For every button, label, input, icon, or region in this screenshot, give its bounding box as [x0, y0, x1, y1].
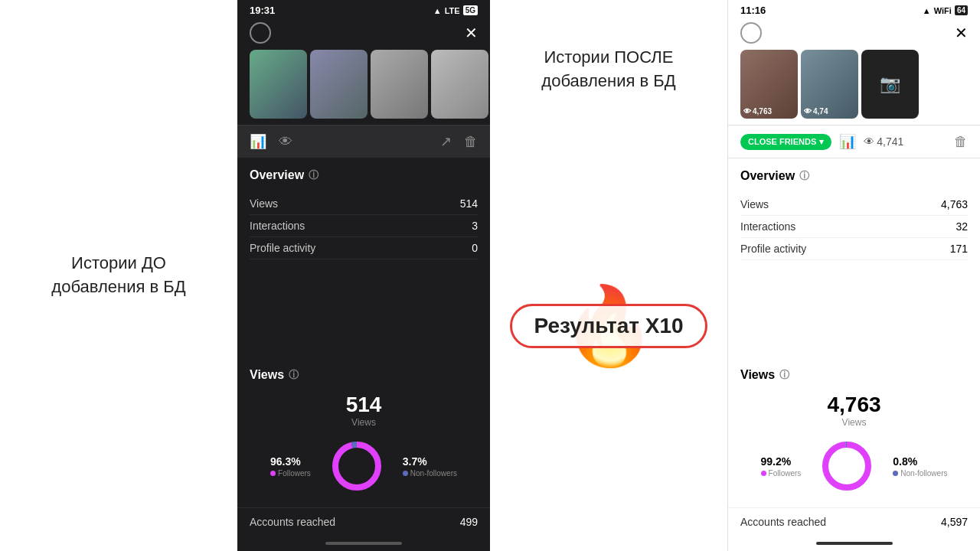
followers-label-after: Followers: [761, 469, 802, 478]
info-icon-views-after[interactable]: ⓘ: [779, 368, 789, 382]
eye-icon-after: 👁: [864, 135, 874, 148]
circle-icon-before[interactable]: [250, 22, 271, 44]
legend-followers-after: 99.2% Followers: [761, 455, 802, 478]
eye-icon-before[interactable]: 👁: [279, 134, 292, 150]
status-bar-after: 11:16 ▲ WiFi 64: [728, 0, 980, 19]
thumb-after-2[interactable]: 👁 4,74: [801, 50, 858, 119]
views-count-before: 514: [250, 393, 478, 417]
dot-blue-before: [403, 471, 408, 476]
accounts-reached-before: Accounts reached 499: [237, 507, 490, 536]
followers-pct-after: 99.2%: [761, 455, 792, 468]
action-bar-before: 📊 👁 ↗ 🗑: [237, 125, 490, 158]
bottom-bar-before: [237, 536, 490, 551]
thumb-counter-2: 👁 4,74: [804, 107, 828, 116]
stat-row-profile-activity-after: Profile activity 171: [740, 238, 968, 260]
thumbnails-after: 👁 4,763 👁 4,74 📷: [728, 50, 980, 125]
donut-svg-before: [326, 435, 387, 497]
close-button-after[interactable]: ✕: [955, 24, 968, 42]
stats-section-before: Overview ⓘ Views 514 Interactions 3 Prof…: [237, 158, 490, 357]
result-badge: Результат Х10: [510, 304, 707, 348]
thumbnails-before: [237, 50, 490, 125]
followers-label-before: Followers: [270, 469, 311, 478]
chart-icon-before[interactable]: 📊: [250, 133, 266, 150]
stat-value-views-after: 4,763: [941, 198, 968, 210]
after-phone: 11:16 ▲ WiFi 64 ✕ 👁 4,763 👁 4,74 📷: [727, 0, 980, 551]
top-bar-before: ✕: [237, 19, 490, 50]
thumb-1[interactable]: [250, 50, 307, 119]
views-section-before: Views ⓘ 514 Views 96.3% Followers 3.7%: [237, 357, 490, 507]
left-label-line2: добавления в БД: [51, 277, 185, 296]
nonfollowers-pct-before: 3.7%: [403, 455, 427, 468]
nonfollowers-label-before: Non-followers: [403, 469, 457, 478]
views-section-after: Views ⓘ 4,763 Views 99.2% Followers 0.8%: [728, 357, 980, 507]
dot-blue-after: [893, 471, 898, 476]
stat-value-interactions-after: 32: [956, 220, 968, 233]
circle-icon-after[interactable]: [740, 22, 762, 44]
stat-row-views-after: Views 4,763: [740, 194, 968, 216]
trash-icon-before[interactable]: 🗑: [464, 134, 478, 150]
chevron-down-icon: ▾: [819, 137, 824, 147]
trending-icon-before[interactable]: ↗: [440, 133, 452, 150]
stat-row-profile-activity: Profile activity 0: [250, 237, 478, 259]
donut-svg-after: [816, 435, 877, 497]
chart-icon-after[interactable]: 📊: [839, 133, 856, 150]
camera-icon: 📷: [880, 74, 900, 94]
dot-pink-before: [270, 471, 276, 476]
home-indicator-after: [816, 542, 893, 545]
views-count-label-after: Views: [740, 417, 968, 428]
thumb-2[interactable]: [310, 50, 368, 119]
thumb-3[interactable]: [371, 50, 428, 119]
middle-area: Истории ПОСЛЕ добавления в БД 🔥 Результа…: [490, 0, 727, 551]
overview-title-after: Overview ⓘ: [740, 169, 968, 183]
close-button-before[interactable]: ✕: [465, 24, 478, 42]
info-icon-views-before[interactable]: ⓘ: [289, 368, 299, 382]
thumb-after-1[interactable]: 👁 4,763: [740, 50, 798, 119]
middle-label-line2: добавления в БД: [541, 71, 675, 90]
donut-chart-after: 99.2% Followers 0.8% Non-followers: [740, 435, 968, 497]
stat-row-views: Views 514: [250, 193, 478, 215]
info-icon-overview-before[interactable]: ⓘ: [309, 168, 318, 182]
thumb-counter-1: 👁 4,763: [743, 107, 772, 116]
info-icon-overview-after[interactable]: ⓘ: [799, 169, 809, 183]
views-title-before: Views ⓘ: [250, 368, 478, 382]
thumb-camera[interactable]: 📷: [861, 50, 919, 119]
legend-followers-before: 96.3% Followers: [270, 455, 311, 478]
legend-nonfollowers-after: 0.8% Non-followers: [893, 455, 947, 478]
stat-label-interactions-after: Interactions: [740, 220, 795, 233]
home-indicator-before: [325, 542, 402, 545]
middle-label: Истории ПОСЛЕ добавления в БД: [541, 46, 675, 93]
status-bar-before: 19:31 ▲ LTE 5G: [237, 0, 490, 19]
accounts-reached-label-before: Accounts reached: [250, 516, 335, 528]
views-title-after: Views ⓘ: [740, 368, 968, 382]
trash-icon-after[interactable]: 🗑: [954, 134, 968, 150]
followers-pct-before: 96.3%: [270, 455, 301, 468]
left-label-line1: Истории ДО: [71, 253, 166, 272]
accounts-reached-value-after: 4,597: [941, 516, 968, 528]
result-container: 🔥 Результат Х10: [510, 116, 707, 536]
svg-point-1: [335, 445, 378, 487]
before-phone: 19:31 ▲ LTE 5G ✕ 📊 👁 ↗ 🗑: [237, 0, 490, 551]
stat-value-views: 514: [460, 197, 478, 210]
left-label-text: Истории ДО добавления в БД: [51, 252, 185, 299]
views-count-label-before: Views: [250, 417, 478, 428]
views-count-after: 4,763: [740, 393, 968, 417]
stat-row-interactions: Interactions 3: [250, 215, 478, 237]
status-icons-before: ▲ LTE 5G: [433, 5, 478, 15]
stat-label-views-after: Views: [740, 198, 769, 210]
accounts-reached-value-before: 499: [460, 516, 478, 528]
close-friends-badge[interactable]: CLOSE FRIENDS ▾: [740, 134, 831, 150]
stat-label-profile-activity-after: Profile activity: [740, 243, 806, 255]
thumb-4[interactable]: [431, 50, 488, 119]
stat-label-profile-activity: Profile activity: [250, 242, 315, 254]
svg-point-4: [825, 445, 868, 487]
nonfollowers-label-after: Non-followers: [893, 469, 947, 478]
stat-value-profile-activity-after: 171: [950, 243, 968, 255]
overview-title-before: Overview ⓘ: [250, 168, 478, 182]
nonfollowers-pct-after: 0.8%: [893, 455, 917, 468]
left-label-area: Истории ДО добавления в БД: [0, 0, 237, 551]
views-icon-count: 👁 4,741: [864, 135, 903, 148]
middle-top: Истории ПОСЛЕ добавления в БД: [541, 15, 675, 116]
stat-row-interactions-after: Interactions 32: [740, 216, 968, 238]
close-friends-label: CLOSE FRIENDS: [748, 137, 816, 146]
accounts-reached-label-after: Accounts reached: [740, 516, 826, 528]
